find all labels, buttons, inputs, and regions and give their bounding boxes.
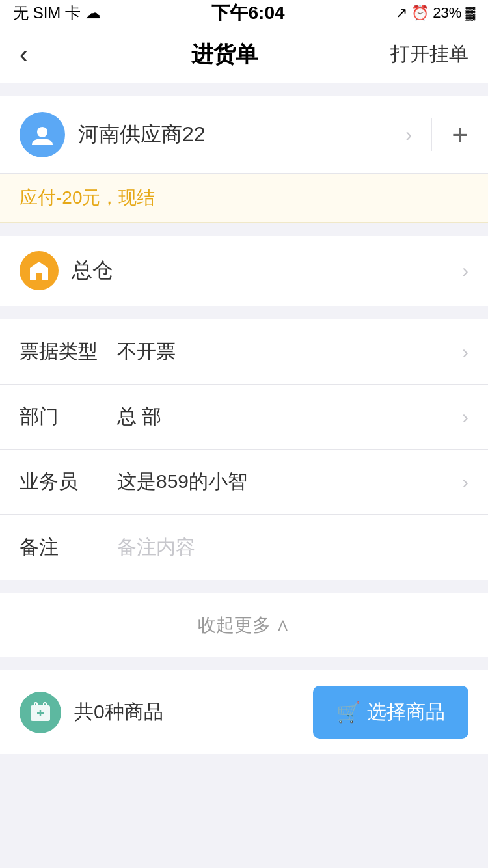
svg-point-0 xyxy=(37,127,47,137)
product-count: 共0种商品 xyxy=(74,699,313,726)
salesperson-value: 这是859的小智 xyxy=(104,468,462,495)
battery-icon: ▓ xyxy=(465,6,475,21)
notice-bar: 应付-20元，现结 xyxy=(0,174,488,223)
product-icon xyxy=(20,692,61,733)
status-right: ↗ ⏰ 23% ▓ xyxy=(396,5,475,21)
svg-rect-1 xyxy=(36,273,42,280)
nav-bar: ‹ 进货单 打开挂单 xyxy=(0,26,488,83)
status-bar: 无 SIM 卡 ☁ 下午6:04 ↗ ⏰ 23% ▓ xyxy=(0,0,488,26)
invoice-type-chevron-icon: › xyxy=(462,341,468,363)
department-label: 部门 xyxy=(20,403,104,430)
warehouse-section: 总仓 › xyxy=(0,236,488,306)
select-icon: 🛒 xyxy=(336,701,360,724)
status-left: 无 SIM 卡 ☁ xyxy=(13,3,101,23)
section-gap-1 xyxy=(0,83,488,96)
form-section: 票据类型 不开票 › 部门 总 部 › 业务员 这是859的小智 › 备注 备注… xyxy=(0,319,488,580)
department-chevron-icon: › xyxy=(462,406,468,428)
invoice-type-label: 票据类型 xyxy=(20,338,104,365)
back-button[interactable]: ‹ xyxy=(20,40,59,69)
location-icon: ↗ xyxy=(396,5,407,21)
select-btn-label: 选择商品 xyxy=(367,699,445,726)
warehouse-name: 总仓 xyxy=(72,256,462,285)
supplier-row[interactable]: 河南供应商22 › + xyxy=(0,96,488,174)
bottom-background xyxy=(0,754,488,868)
department-row[interactable]: 部门 总 部 › xyxy=(0,385,488,450)
add-supplier-button[interactable]: + xyxy=(452,120,468,149)
collapse-bar[interactable]: 收起更多 ∧ xyxy=(0,593,488,657)
product-section: 共0种商品 🛒 选择商品 xyxy=(0,670,488,754)
supplier-section: 河南供应商22 › + 应付-20元，现结 xyxy=(0,96,488,223)
status-time: 下午6:04 xyxy=(211,1,284,25)
warehouse-row[interactable]: 总仓 › xyxy=(0,236,488,306)
salesperson-row[interactable]: 业务员 这是859的小智 › xyxy=(0,450,488,515)
page-title: 进货单 xyxy=(191,40,258,70)
battery-label: 23% xyxy=(433,5,461,21)
section-gap-2 xyxy=(0,223,488,236)
warehouse-chevron-icon: › xyxy=(462,260,468,282)
supplier-avatar xyxy=(20,112,65,157)
supplier-divider xyxy=(431,118,432,151)
select-product-button[interactable]: 🛒 选择商品 xyxy=(313,686,468,739)
salesperson-label: 业务员 xyxy=(20,468,104,495)
supplier-chevron-icon: › xyxy=(405,124,412,146)
invoice-type-row[interactable]: 票据类型 不开票 › xyxy=(0,319,488,385)
salesperson-chevron-icon: › xyxy=(462,471,468,493)
supplier-name: 河南供应商22 xyxy=(78,120,405,149)
alarm-icon: ⏰ xyxy=(411,5,429,21)
remark-row[interactable]: 备注 备注内容 xyxy=(0,515,488,580)
remark-input[interactable]: 备注内容 xyxy=(104,534,468,561)
warehouse-icon xyxy=(20,251,59,290)
sim-label: 无 SIM 卡 ☁ xyxy=(13,3,101,23)
department-value: 总 部 xyxy=(104,403,462,430)
invoice-type-value: 不开票 xyxy=(104,338,462,365)
open-pending-button[interactable]: 打开挂单 xyxy=(390,41,468,68)
remark-label: 备注 xyxy=(20,534,104,561)
